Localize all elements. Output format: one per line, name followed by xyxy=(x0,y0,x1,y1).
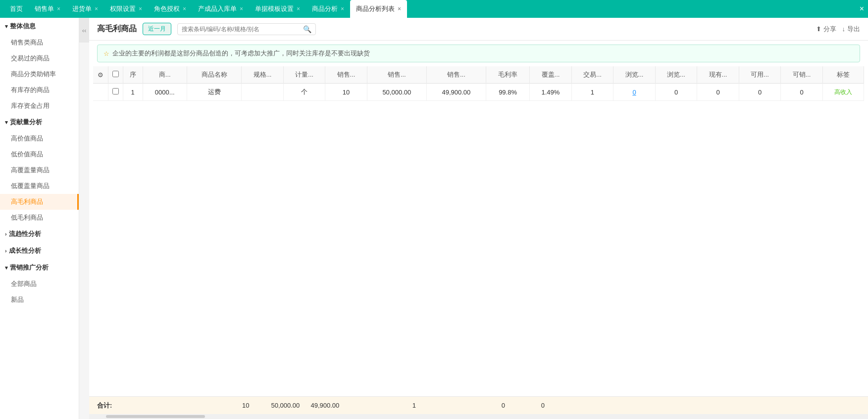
nav-product-inbound-close[interactable]: × xyxy=(240,0,243,18)
sidebar-item-stocked-goods[interactable]: 有库存的商品 xyxy=(0,82,79,98)
share-button[interactable]: ⬆ 分享 xyxy=(816,25,836,34)
sidebar-item-traded-goods[interactable]: 交易过的商品 xyxy=(0,50,79,66)
chevron-left-icon: ‹‹ xyxy=(82,27,87,34)
table-wrap[interactable]: ⚙ 序 商... 商品名称 规格... 计量... 销售... 销售... 销售… xyxy=(93,66,864,396)
sidebar-item-high-coverage[interactable]: 高覆盖量商品 xyxy=(0,162,79,178)
sidebar-item-high-margin[interactable]: 高毛利商品 xyxy=(0,194,79,210)
cell-trade-count: 1 xyxy=(571,84,613,101)
nav-product-analysis-list[interactable]: 商品分析列表 × xyxy=(350,0,407,18)
footer-bar: 合计: 10 50,000.00 49,900.00 1 0 0 xyxy=(89,396,868,414)
col-code[interactable]: 商... xyxy=(143,66,187,84)
arrow-growth: › xyxy=(5,248,7,254)
cell-sale-profit: 49,900.00 xyxy=(426,84,486,101)
sidebar-group-marketing[interactable]: ▾ 营销推广分析 xyxy=(0,259,79,276)
share-icon: ⬆ xyxy=(816,25,821,33)
nav-sales-close[interactable]: × xyxy=(57,0,60,18)
sidebar-item-category-rate[interactable]: 商品分类助销率 xyxy=(0,66,79,82)
select-all-checkbox[interactable] xyxy=(112,71,119,77)
col-sale-qty[interactable]: 销售... xyxy=(325,66,367,84)
col-spec[interactable]: 规格... xyxy=(242,66,284,84)
footer-sale-qty: 10 xyxy=(231,402,260,409)
footer-trade-count: 1 xyxy=(399,402,429,409)
nav-sales[interactable]: 销售单 × xyxy=(29,0,66,18)
nav-product-analysis-list-close[interactable]: × xyxy=(398,0,401,18)
nav-purchase[interactable]: 进货单 × xyxy=(66,0,104,18)
footer-current: 0 xyxy=(488,402,518,409)
sidebar-item-all-goods[interactable]: 全部商品 xyxy=(0,276,79,292)
table-header-row: ⚙ 序 商... 商品名称 规格... 计量... 销售... 销售... 销售… xyxy=(93,66,864,84)
data-table: ⚙ 序 商... 商品名称 规格... 计量... 销售... 销售... 销售… xyxy=(93,66,864,101)
col-current[interactable]: 现有... xyxy=(697,66,739,84)
cell-sale-qty: 10 xyxy=(325,84,367,101)
nav-purchase-close[interactable]: × xyxy=(95,0,98,18)
row-checkbox[interactable] xyxy=(112,88,119,94)
col-unit[interactable]: 计量... xyxy=(283,66,325,84)
scroll-thumb[interactable] xyxy=(106,415,205,418)
nav-product-inbound[interactable]: 产成品入库单 × xyxy=(192,0,249,18)
main-layout: ▾ 整体信息 销售类商品 交易过的商品 商品分类助销率 有库存的商品 库存资金占… xyxy=(0,18,868,419)
table-row: 1 0000... 运费 个 10 50,000.00 49,900.00 99… xyxy=(93,84,864,101)
search-icon[interactable]: 🔍 xyxy=(303,25,311,33)
col-name[interactable]: 商品名称 xyxy=(187,66,241,84)
nav-role-close[interactable]: × xyxy=(183,0,186,18)
sidebar-group-growth[interactable]: › 成长性分析 xyxy=(0,242,79,259)
col-trade-count[interactable]: 交易... xyxy=(571,66,613,84)
cell-checkbox[interactable] xyxy=(108,84,123,101)
nav-home[interactable]: 首页 xyxy=(4,0,29,18)
search-box: 🔍 xyxy=(177,23,316,35)
filter-recent-month-button[interactable]: 近一月 xyxy=(143,23,171,35)
col-settings[interactable]: ⚙ xyxy=(93,66,108,84)
arrow-trend: › xyxy=(5,231,7,237)
col-tag[interactable]: 标签 xyxy=(822,66,864,84)
page-title: 高毛利商品 xyxy=(97,24,137,34)
col-saleable[interactable]: 可销... xyxy=(781,66,823,84)
cell-browse1[interactable]: 0 xyxy=(613,84,656,101)
close-all-button[interactable]: × xyxy=(860,4,864,13)
horizontal-scrollbar[interactable] xyxy=(89,414,868,419)
cell-current: 0 xyxy=(697,84,739,101)
col-browse1[interactable]: 浏览... xyxy=(613,66,656,84)
nav-product-analysis-close[interactable]: × xyxy=(341,0,344,18)
cell-settings xyxy=(93,84,108,101)
col-browse2[interactable]: 浏览... xyxy=(655,66,697,84)
footer-total-label: 合计: xyxy=(97,401,112,410)
cell-browse2: 0 xyxy=(655,84,697,101)
tag-label: 高收入 xyxy=(834,89,852,95)
sidebar-group-overview[interactable]: ▾ 整体信息 xyxy=(0,18,79,35)
browse1-link[interactable]: 0 xyxy=(632,89,636,96)
col-available[interactable]: 可用... xyxy=(739,66,781,84)
content-area: 高毛利商品 近一月 🔍 ⬆ 分享 ↓ 导出 ☆ 企业的主要的利润都是这部分商品创… xyxy=(89,18,868,419)
col-gross-rate[interactable]: 毛利率 xyxy=(486,66,529,84)
cell-sale-amount: 50,000.00 xyxy=(367,84,426,101)
sidebar-item-low-margin[interactable]: 低毛利商品 xyxy=(0,210,79,226)
sidebar-item-sales-goods[interactable]: 销售类商品 xyxy=(0,35,79,50)
cell-coverage: 1.49% xyxy=(530,84,572,101)
col-coverage[interactable]: 覆盖... xyxy=(530,66,572,84)
sidebar-item-high-value[interactable]: 高价值商品 xyxy=(0,131,79,146)
header-actions: ⬆ 分享 ↓ 导出 xyxy=(816,25,861,34)
col-checkbox[interactable] xyxy=(108,66,123,84)
export-button[interactable]: ↓ 导出 xyxy=(842,25,861,34)
col-sale-amount[interactable]: 销售... xyxy=(367,66,426,84)
nav-template[interactable]: 单据模板设置 × xyxy=(249,0,306,18)
col-sale-profit[interactable]: 销售... xyxy=(426,66,486,84)
sidebar-item-low-coverage[interactable]: 低覆盖量商品 xyxy=(0,178,79,194)
sidebar-group-contribution[interactable]: ▾ 贡献量分析 xyxy=(0,114,79,131)
cell-saleable: 0 xyxy=(781,84,823,101)
col-index[interactable]: 序 xyxy=(123,66,143,84)
sidebar-collapse-button[interactable]: ‹‹ xyxy=(79,18,89,43)
cell-index: 1 xyxy=(123,84,143,101)
sidebar-group-trend[interactable]: › 流趋性分析 xyxy=(0,226,79,242)
nav-permission[interactable]: 权限设置 × xyxy=(104,0,148,18)
sidebar-item-low-value[interactable]: 低价值商品 xyxy=(0,146,79,162)
sidebar-item-new-goods[interactable]: 新品 xyxy=(0,292,79,308)
export-icon: ↓ xyxy=(842,25,846,33)
sidebar-item-stock-fund[interactable]: 库存资金占用 xyxy=(0,98,79,114)
search-input[interactable] xyxy=(182,26,303,33)
nav-template-close[interactable]: × xyxy=(297,0,300,18)
cell-available: 0 xyxy=(739,84,781,101)
cell-name: 运费 xyxy=(187,84,241,101)
nav-role[interactable]: 角色授权 × xyxy=(148,0,192,18)
nav-permission-close[interactable]: × xyxy=(139,0,142,18)
nav-product-analysis[interactable]: 商品分析 × xyxy=(306,0,350,18)
